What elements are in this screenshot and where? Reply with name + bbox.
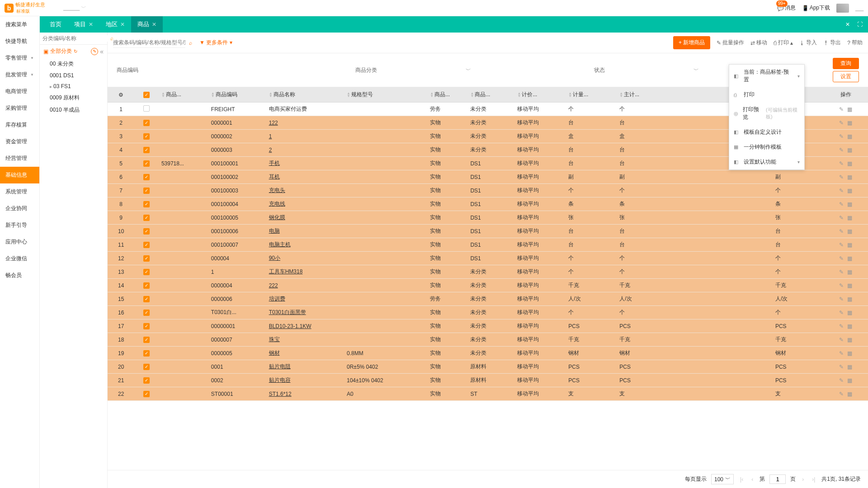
more-row-icon[interactable]: ▦ bbox=[847, 160, 852, 167]
tab[interactable]: 地区✕ bbox=[99, 16, 131, 33]
table-row[interactable]: 22✓ST00001ST1.6*12A0实物ST移动平均支支支✎▦ bbox=[108, 387, 868, 401]
more-row-icon[interactable]: ▦ bbox=[847, 228, 852, 235]
more-row-icon[interactable]: ▦ bbox=[847, 377, 852, 384]
product-name-link[interactable]: 122 bbox=[269, 120, 278, 126]
more-row-icon[interactable]: ▦ bbox=[847, 188, 852, 194]
product-name-link[interactable]: 珠宝 bbox=[269, 336, 280, 343]
row-checkbox[interactable]: ✓ bbox=[143, 269, 150, 275]
more-row-icon[interactable]: ▦ bbox=[847, 282, 852, 289]
help-button[interactable]: ?帮助 bbox=[847, 39, 863, 47]
sidebar-item[interactable]: 零售管理▼ bbox=[0, 50, 39, 66]
sidebar-item[interactable]: 畅会员 bbox=[0, 267, 39, 284]
edit-row-icon[interactable]: ✎ bbox=[839, 269, 844, 275]
table-row[interactable]: 6✓000100002耳机实物DS1移动平均副副副✎▦ bbox=[108, 170, 868, 184]
edit-row-icon[interactable]: ✎ bbox=[839, 296, 844, 302]
grid-search-input[interactable] bbox=[113, 38, 185, 48]
sidebar-item[interactable]: 电商管理 bbox=[0, 83, 39, 100]
tree-node[interactable]: 0010 半成品 bbox=[40, 104, 107, 116]
fullscreen-icon[interactable]: ⛶ bbox=[855, 19, 864, 29]
sidebar-item[interactable]: 企业协同 bbox=[0, 200, 39, 217]
more-row-icon[interactable]: ▦ bbox=[847, 255, 852, 262]
messages-button[interactable]: 💬 消息 99+ bbox=[777, 4, 796, 12]
close-icon[interactable]: ✕ bbox=[89, 21, 93, 28]
sidebar-item[interactable]: 系统管理 bbox=[0, 183, 39, 200]
sidebar-item[interactable]: 经营管理 bbox=[0, 150, 39, 167]
table-row[interactable]: 12✓00000490小实物DS1移动平均个个个✎▦ bbox=[108, 252, 868, 265]
tree-node[interactable]: 0001 DS1 bbox=[40, 70, 107, 81]
tree-expand-icon[interactable]: ▣ bbox=[43, 48, 48, 55]
next-page-button[interactable]: › bbox=[800, 476, 806, 483]
product-name-link[interactable]: 1 bbox=[269, 133, 272, 140]
product-name-link[interactable]: 钢化膜 bbox=[269, 214, 285, 221]
col-main-unit[interactable]: ▲▼主计... bbox=[617, 87, 668, 103]
tree-all-categories[interactable]: 全部分类 bbox=[50, 47, 72, 55]
more-row-icon[interactable]: ▦ bbox=[847, 147, 852, 153]
first-page-button[interactable]: |‹ bbox=[738, 476, 745, 483]
more-row-icon[interactable]: ▦ bbox=[847, 201, 852, 207]
more-row-icon[interactable]: ▦ bbox=[847, 242, 852, 248]
more-filters-button[interactable]: ▼ 更多条件 ▾ bbox=[199, 39, 232, 47]
more-row-icon[interactable]: ▦ bbox=[847, 391, 852, 397]
tab[interactable]: 首页 bbox=[43, 16, 68, 33]
tab-close-all-icon[interactable]: ✕ bbox=[844, 19, 852, 29]
more-row-icon[interactable]: ▦ bbox=[847, 364, 852, 370]
edit-row-icon[interactable]: ✎ bbox=[839, 201, 844, 207]
product-name-link[interactable]: 222 bbox=[269, 282, 278, 289]
table-row[interactable]: 10✓000100006电脑实物DS1移动平均台台台✎▦ bbox=[108, 225, 868, 238]
more-row-icon[interactable]: ▦ bbox=[847, 174, 852, 180]
sidebar-item[interactable]: 企业微信 bbox=[0, 250, 39, 267]
dropdown-item[interactable]: ▦一分钟制作模板 bbox=[729, 140, 804, 155]
settings-button[interactable]: 设置 bbox=[833, 71, 859, 82]
dropdown-item[interactable]: ◧设置默认功能▾ bbox=[729, 155, 804, 169]
sidebar-item[interactable]: 搜索菜单 bbox=[0, 16, 39, 33]
product-name-link[interactable]: 培训费 bbox=[269, 296, 285, 302]
row-checkbox[interactable]: ✓ bbox=[143, 174, 150, 180]
org-dropdown[interactable]: ▁▁▁▁ ﹀ bbox=[63, 4, 86, 12]
row-checkbox[interactable]: ✓ bbox=[143, 133, 150, 140]
col-name[interactable]: ▲▼商品名称 bbox=[266, 87, 344, 103]
sidebar-item[interactable]: 采购管理 bbox=[0, 100, 39, 117]
sidebar-item[interactable]: 快捷导航 bbox=[0, 33, 39, 50]
col-attr[interactable]: ▲▼商品... bbox=[427, 87, 467, 103]
table-row[interactable]: 15✓0000006培训费劳务未分类移动平均人/次人/次人/次✎▦ bbox=[108, 292, 868, 306]
tree-search-input[interactable] bbox=[42, 35, 110, 42]
row-checkbox[interactable]: ✓ bbox=[143, 296, 150, 302]
table-row[interactable]: 8✓000100004充电线实物DS1移动平均条条条✎▦ bbox=[108, 197, 868, 211]
add-product-button[interactable]: + 新增商品 bbox=[673, 36, 710, 49]
edit-row-icon[interactable]: ✎ bbox=[839, 350, 844, 357]
sidebar-item[interactable]: 应用中心 bbox=[0, 234, 39, 250]
edit-row-icon[interactable]: ✎ bbox=[839, 310, 844, 316]
row-checkbox[interactable]: ✓ bbox=[143, 255, 150, 262]
product-name-link[interactable]: BLD10-23-1.1KW bbox=[269, 323, 311, 329]
row-checkbox[interactable]: ✓ bbox=[143, 350, 150, 357]
row-checkbox[interactable]: ✓ bbox=[143, 310, 150, 316]
table-row[interactable]: 16✓T0301白...T0301白面黑带实物未分类移动平均个个个✎▦ bbox=[108, 306, 868, 319]
edit-row-icon[interactable]: ✎ bbox=[839, 120, 844, 126]
tab[interactable]: 商品✕ bbox=[131, 16, 163, 33]
product-name-link[interactable]: 电脑 bbox=[269, 228, 280, 234]
row-checkbox[interactable]: ✓ bbox=[143, 377, 150, 384]
edit-row-icon[interactable]: ✎ bbox=[839, 377, 844, 384]
edit-row-icon[interactable]: ✎ bbox=[839, 282, 844, 289]
table-row[interactable]: 11✓000100007电脑主机实物DS1移动平均台台台✎▦ bbox=[108, 238, 868, 252]
sidebar-item[interactable]: 资金管理 bbox=[0, 133, 39, 150]
table-row[interactable]: 13✓1工具车HM318实物未分类移动平均个个个✎▦ bbox=[108, 265, 868, 279]
page-input[interactable] bbox=[769, 474, 786, 484]
more-row-icon[interactable]: ▦ bbox=[847, 269, 852, 275]
row-checkbox[interactable]: ✓ bbox=[143, 228, 150, 235]
row-checkbox[interactable]: ✓ bbox=[143, 120, 150, 126]
row-checkbox[interactable]: ✓ bbox=[143, 391, 150, 397]
table-row[interactable]: 7✓000100003充电头实物DS1移动平均个个个✎▦ bbox=[108, 184, 868, 197]
edit-row-icon[interactable]: ✎ bbox=[839, 337, 844, 343]
more-row-icon[interactable]: ▦ bbox=[847, 310, 852, 316]
edit-row-icon[interactable]: ✎ bbox=[839, 160, 844, 167]
product-name-link[interactable]: 工具车HM318 bbox=[269, 268, 303, 275]
table-row[interactable]: 9✓000100005钢化膜实物DS1移动平均张张张✎▦ bbox=[108, 211, 868, 225]
last-page-button[interactable]: ›| bbox=[810, 476, 817, 483]
more-row-icon[interactable]: ▦ bbox=[847, 133, 852, 140]
filter-category-select[interactable]: ﹀ bbox=[381, 65, 471, 76]
edit-row-icon[interactable]: ✎ bbox=[839, 215, 844, 221]
print-button[interactable]: ⎙打印 ▴ bbox=[774, 39, 793, 47]
dropdown-item[interactable]: ◧当前：商品标签-预置▾ bbox=[729, 65, 804, 87]
filter-status-select[interactable]: ﹀ bbox=[609, 65, 699, 76]
